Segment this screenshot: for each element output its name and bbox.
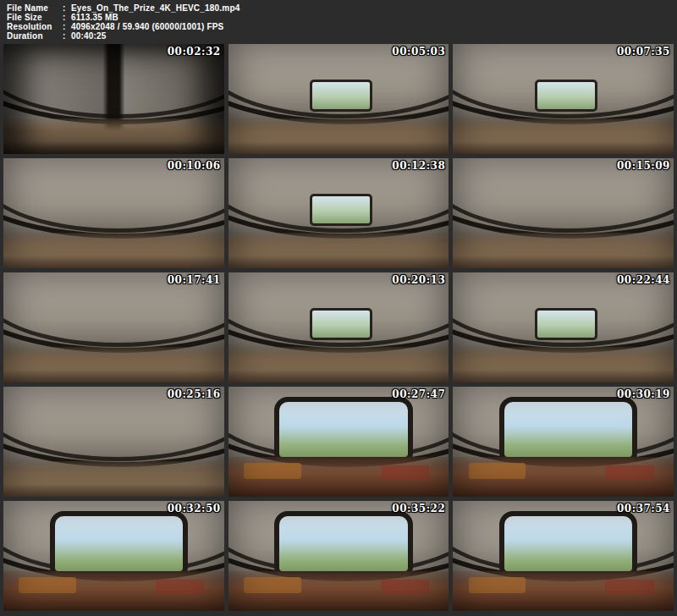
video-thumbnail: 00:12:38 xyxy=(228,158,449,268)
vignette-overlay xyxy=(3,501,224,611)
timestamp-overlay: 00:37:54 xyxy=(617,503,670,514)
vignette-overlay xyxy=(3,272,224,382)
vignette-overlay xyxy=(453,272,674,382)
video-thumbnail: 00:05:03 xyxy=(228,44,449,154)
vignette-overlay xyxy=(228,158,449,268)
vignette-overlay xyxy=(228,272,449,382)
timestamp-overlay: 00:17:41 xyxy=(168,274,221,286)
timestamp-overlay: 00:30:19 xyxy=(617,388,670,400)
vignette-overlay xyxy=(453,44,674,154)
meta-separator: : xyxy=(63,31,71,41)
timestamp-overlay: 00:20:13 xyxy=(392,274,445,286)
video-thumbnail: 00:37:54 xyxy=(453,501,674,611)
timestamp-overlay: 00:12:38 xyxy=(392,160,445,172)
video-thumbnail: 00:27:47 xyxy=(228,387,449,497)
timestamp-overlay: 00:10:06 xyxy=(168,160,221,172)
meta-label: File Size xyxy=(7,13,63,22)
file-metadata-header: File Name:Eyes_On_The_Prize_4K_HEVC_180.… xyxy=(0,0,677,44)
video-thumbnail: 00:32:50 xyxy=(3,501,224,611)
video-thumbnail: 00:20:13 xyxy=(228,272,449,382)
meta-separator: : xyxy=(63,22,71,31)
meta-line-filesize: File Size:6113.35 MB xyxy=(7,13,677,22)
meta-value-duration: 00:40:25 xyxy=(71,31,107,41)
meta-value-filesize: 6113.35 MB xyxy=(71,13,118,22)
video-thumbnail: 00:30:19 xyxy=(453,387,674,497)
vignette-overlay xyxy=(453,501,674,611)
meta-line-duration: Duration:00:40:25 xyxy=(7,31,677,41)
video-thumbnail: 00:35:22 xyxy=(228,501,449,611)
timestamp-overlay: 00:27:47 xyxy=(392,388,445,400)
meta-separator: : xyxy=(63,3,71,13)
vignette-overlay xyxy=(3,158,224,268)
video-thumbnail: 00:02:32 xyxy=(3,44,224,154)
timestamp-overlay: 00:05:03 xyxy=(392,46,445,58)
timestamp-overlay: 00:07:35 xyxy=(617,46,670,58)
meta-label: Resolution xyxy=(7,22,63,31)
timestamp-overlay: 00:22:44 xyxy=(617,274,670,286)
timestamp-overlay: 00:35:22 xyxy=(392,503,445,514)
vignette-overlay xyxy=(228,387,449,497)
thumbnail-grid: 00:02:32 00:05:03 00:07:35 xyxy=(0,44,677,611)
vignette-overlay xyxy=(3,44,224,154)
meta-label: Duration xyxy=(7,31,63,41)
video-thumbnail: 00:07:35 xyxy=(453,44,674,154)
video-thumbnail: 00:15:09 xyxy=(453,158,674,268)
vignette-overlay xyxy=(228,501,449,611)
video-thumbnail: 00:25:16 xyxy=(3,387,224,497)
timestamp-overlay: 00:32:50 xyxy=(168,503,221,514)
meta-separator: : xyxy=(63,13,71,22)
meta-value-filename: Eyes_On_The_Prize_4K_HEVC_180.mp4 xyxy=(71,3,239,13)
contact-sheet: File Name:Eyes_On_The_Prize_4K_HEVC_180.… xyxy=(0,0,677,616)
meta-line-filename: File Name:Eyes_On_The_Prize_4K_HEVC_180.… xyxy=(7,3,677,13)
video-thumbnail: 00:10:06 xyxy=(3,158,224,268)
meta-value-resolution: 4096x2048 / 59.940 (60000/1001) FPS xyxy=(71,22,223,31)
vignette-overlay xyxy=(453,387,674,497)
video-thumbnail: 00:17:41 xyxy=(3,272,224,382)
vignette-overlay xyxy=(3,387,224,497)
meta-label: File Name xyxy=(7,3,63,13)
timestamp-overlay: 00:15:09 xyxy=(617,160,670,172)
vignette-overlay xyxy=(228,44,449,154)
vignette-overlay xyxy=(453,158,674,268)
meta-line-resolution: Resolution:4096x2048 / 59.940 (60000/100… xyxy=(7,22,677,31)
timestamp-overlay: 00:25:16 xyxy=(168,388,221,400)
timestamp-overlay: 00:02:32 xyxy=(168,46,221,58)
video-thumbnail: 00:22:44 xyxy=(453,272,674,382)
